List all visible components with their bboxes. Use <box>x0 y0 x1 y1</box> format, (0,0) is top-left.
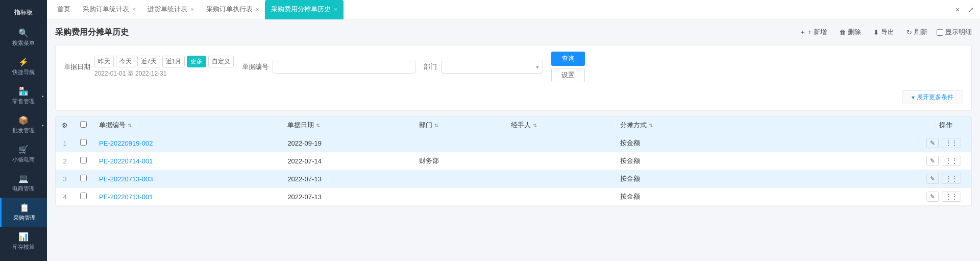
row-checkbox-2[interactable] <box>80 175 87 181</box>
settings-button[interactable]: 设置 <box>551 68 585 82</box>
table-header-row: ⚙ 单据编号⇅ 单据日期⇅ 部门⇅ <box>56 116 971 134</box>
row-edit-btn-2[interactable]: ✎ <box>926 174 939 184</box>
row-dept-0 <box>413 134 505 152</box>
query-button[interactable]: 查询 <box>551 52 585 66</box>
date-btn-yesterday[interactable]: 昨天 <box>94 56 114 67</box>
tab-label-home: 首页 <box>57 5 70 14</box>
sidebar-icon-ecom: 💻 <box>2 174 45 183</box>
tab-close-purchase-summary[interactable]: × <box>132 6 135 12</box>
row-dept-3 <box>413 188 505 206</box>
th-actions: 操作 <box>920 116 971 134</box>
sidebar-logo: 指标板 <box>14 4 33 23</box>
row-docno-link-0[interactable]: PE-20220919-002 <box>99 139 153 147</box>
th-dept: 部门⇅ <box>413 116 505 134</box>
sidebar-item-ecom-small[interactable]: 🛒小畅电商 <box>0 139 47 169</box>
row-actions-0: ✎ ⋮⋮ <box>920 134 971 152</box>
sidebar-icon-wholesale: 📦 <box>2 115 45 125</box>
row-num-2: 3 <box>56 170 74 188</box>
row-handler-3 <box>505 188 614 206</box>
chevron-down-icon: ▾ <box>912 94 915 101</box>
row-edit-btn-3[interactable]: ✎ <box>926 192 939 202</box>
page-header: 采购费用分摊单历史 ＋ + 新增 🗑 删除 ⬇ 导出 ↻ 刷新 <box>55 26 972 39</box>
tab-purchase-summary[interactable]: 采购订单统计表× <box>77 0 141 19</box>
sidebar-item-ecom[interactable]: 💻电商管理 <box>0 169 47 198</box>
sort-icon-split[interactable]: ⇅ <box>649 123 653 128</box>
row-more-btn-0[interactable]: ⋮⋮ <box>942 138 961 148</box>
dept-filter-select[interactable]: 财务部 <box>441 61 543 74</box>
select-all-checkbox[interactable] <box>80 121 87 128</box>
date-btn-7days[interactable]: 近7天 <box>137 56 160 67</box>
row-checkbox-1[interactable] <box>80 157 87 163</box>
th-handler-label: 经手人 <box>511 121 531 130</box>
refresh-icon: ↻ <box>906 29 912 36</box>
tab-label-receipt-summary: 进货单统计表 <box>148 5 187 14</box>
date-btn-today[interactable]: 今天 <box>116 56 135 67</box>
row-num-0: 1 <box>56 134 74 152</box>
sidebar-item-quicknav[interactable]: ⚡快捷导航 <box>0 52 47 81</box>
delete-icon: 🗑 <box>839 29 846 36</box>
window-maximize-button[interactable]: ⤢ <box>966 4 976 16</box>
window-close-button[interactable]: × <box>953 4 962 16</box>
filter-right-group: 查询 设置 <box>551 52 585 82</box>
refresh-button[interactable]: ↻ 刷新 <box>903 26 930 39</box>
page-actions: ＋ + 新增 🗑 删除 ⬇ 导出 ↻ 刷新 显示明细 <box>796 26 972 39</box>
data-table-container: ⚙ 单据编号⇅ 单据日期⇅ 部门⇅ <box>55 116 972 206</box>
tab-purchase-expense[interactable]: 采购费用分摊单历史× <box>265 0 343 19</box>
tab-label-purchase-summary: 采购订单统计表 <box>83 5 129 14</box>
th-docno: 单据编号⇅ <box>93 116 281 134</box>
row-split-0: 按金额 <box>614 134 920 152</box>
date-btn-1month[interactable]: 近1月 <box>162 56 185 67</box>
row-check-0 <box>74 134 93 152</box>
tab-close-receipt-summary[interactable]: × <box>190 6 193 12</box>
tab-close-purchase-exec[interactable]: × <box>256 6 259 12</box>
sidebar-item-search[interactable]: 🔍搜索菜单 <box>0 23 47 52</box>
sidebar-item-retail[interactable]: 🏪零售管理▸ <box>0 81 47 110</box>
sidebar-item-purchase[interactable]: 📋采购管理 <box>0 198 47 227</box>
th-dept-label: 部门 <box>419 121 432 130</box>
sort-icon-dept[interactable]: ⇅ <box>434 123 438 128</box>
row-dept-1: 财务部 <box>413 152 505 170</box>
main-content: 首页采购订单统计表×进货单统计表×采购订单执行表×采购费用分摊单历史× × ⤢ … <box>47 0 980 261</box>
row-handler-0 <box>505 134 614 152</box>
delete-button[interactable]: 🗑 删除 <box>836 26 864 39</box>
export-button[interactable]: ⬇ 导出 <box>870 26 897 39</box>
row-docno-link-3[interactable]: PE-20220713-001 <box>99 193 153 201</box>
table-row: 2 PE-20220714-001 2022-07-14 财务部 按金额 ✎ ⋮… <box>56 152 971 170</box>
row-checkbox-0[interactable] <box>80 139 87 146</box>
sidebar: 指标板 🔍搜索菜单⚡快捷导航🏪零售管理▸📦批发管理▸🛒小畅电商💻电商管理📋采购管… <box>0 0 47 261</box>
row-edit-btn-1[interactable]: ✎ <box>926 156 939 166</box>
sidebar-item-finance[interactable]: 💰资金管理 <box>0 256 47 261</box>
sort-icon-handler[interactable]: ⇅ <box>533 123 537 128</box>
sort-icon-date[interactable]: ⇅ <box>316 123 320 128</box>
docno-filter-label: 单据编号 <box>242 62 268 72</box>
show-columns-label[interactable]: 显示明细 <box>937 28 972 37</box>
page-title: 采购费用分摊单历史 <box>55 27 129 38</box>
date-btn-more[interactable]: 更多 <box>187 56 206 67</box>
dept-filter-label: 部门 <box>424 62 437 72</box>
tab-receipt-summary[interactable]: 进货单统计表× <box>141 0 200 19</box>
row-docno-3: PE-20220713-001 <box>93 188 281 206</box>
show-columns-checkbox[interactable] <box>937 29 943 36</box>
add-button[interactable]: ＋ + 新增 <box>796 26 830 39</box>
row-more-btn-1[interactable]: ⋮⋮ <box>942 156 961 166</box>
row-check-2 <box>74 170 93 188</box>
row-edit-btn-0[interactable]: ✎ <box>926 138 939 148</box>
tab-purchase-exec[interactable]: 采购订单执行表× <box>200 0 265 19</box>
tab-home[interactable]: 首页 <box>51 0 77 19</box>
sort-icon-docno[interactable]: ⇅ <box>128 123 132 128</box>
date-btn-custom[interactable]: 自定义 <box>208 56 234 67</box>
tab-close-purchase-expense[interactable]: × <box>334 6 337 12</box>
row-docno-link-2[interactable]: PE-20220713-003 <box>99 175 153 183</box>
expand-more-button[interactable]: ▾ 展开更多条件 <box>902 90 963 104</box>
row-checkbox-3[interactable] <box>80 193 87 199</box>
gear-icon[interactable]: ⚙ <box>62 122 68 129</box>
docno-filter-input[interactable] <box>273 61 415 74</box>
row-docno-0: PE-20220919-002 <box>93 134 281 152</box>
date-filter-label: 单据日期 <box>64 62 90 72</box>
sidebar-item-wholesale[interactable]: 📦批发管理▸ <box>0 110 47 139</box>
sidebar-item-inventory[interactable]: 📊库存核算 <box>0 227 47 256</box>
tab-actions: × ⤢ <box>953 4 976 16</box>
row-docno-link-1[interactable]: PE-20220714-001 <box>99 157 153 165</box>
row-more-btn-2[interactable]: ⋮⋮ <box>942 174 961 184</box>
row-more-btn-3[interactable]: ⋮⋮ <box>942 192 961 202</box>
